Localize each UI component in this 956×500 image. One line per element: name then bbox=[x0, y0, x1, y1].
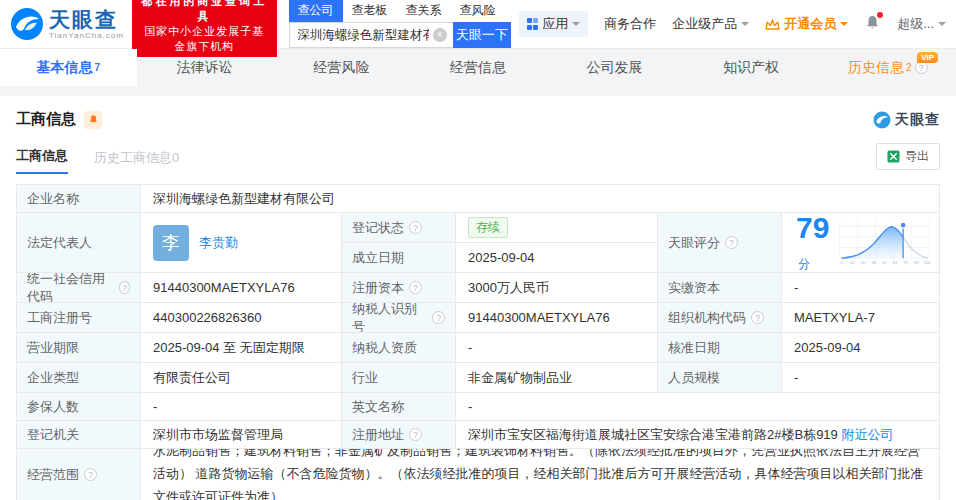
tianyancha-watermark: 天眼查 bbox=[873, 111, 940, 129]
score-axis-ticks: 01325 385063 7588100 bbox=[841, 260, 931, 265]
taxpayer-quality-value: - bbox=[456, 333, 658, 363]
legal-rep-link[interactable]: 李贵勤 bbox=[199, 234, 238, 252]
tab-history-info-label: 历史信息 bbox=[848, 59, 904, 77]
insured-value: - bbox=[141, 393, 342, 421]
paid-capital-label: 实缴资本 bbox=[658, 273, 782, 303]
reg-number-label: 工商注册号 bbox=[17, 303, 141, 333]
search-type-tabs: 查公司 查老板 查关系 查风险 bbox=[289, 0, 511, 22]
tab-history-info[interactable]: VIP 历史信息 2 ? bbox=[819, 49, 956, 86]
excel-icon bbox=[887, 150, 900, 163]
tianyancha-logo-icon bbox=[873, 111, 891, 129]
chevron-down-icon bbox=[572, 22, 580, 30]
business-info-card: 工商信息 天眼查 工商信息 历史工商信息0 导出 企业 bbox=[0, 96, 956, 500]
tianyancha-logo[interactable]: 天眼查 TianYanCha.com bbox=[10, 7, 124, 41]
tab-company-development-label: 公司发展 bbox=[587, 59, 643, 77]
avatar[interactable]: 李 bbox=[153, 225, 189, 261]
help-icon[interactable]: ? bbox=[725, 236, 738, 249]
score-marker-pin bbox=[900, 222, 906, 228]
search-tab-company[interactable]: 查公司 bbox=[289, 0, 343, 22]
registration-info-table: 企业名称 深圳海螺绿色新型建材有限公司 法定代表人 李 李贵勤 登记状态? 存续… bbox=[16, 184, 940, 500]
svg-text:50: 50 bbox=[882, 260, 887, 265]
svg-text:38: 38 bbox=[872, 260, 877, 265]
legal-rep-value: 李 李贵勤 bbox=[141, 213, 342, 273]
search-tab-boss[interactable]: 查老板 bbox=[343, 0, 397, 22]
nav-user-menu[interactable]: 超级... bbox=[897, 15, 946, 33]
industry-value: 非金属矿物制品业 bbox=[456, 363, 658, 393]
industry-label: 行业 bbox=[342, 363, 456, 393]
business-scope-label: 经营范围? bbox=[17, 449, 141, 500]
nav-apps-label: 应用 bbox=[542, 15, 568, 33]
reg-capital-label: 注册资本? bbox=[342, 273, 456, 303]
subtab-current-registration[interactable]: 工商信息 bbox=[16, 147, 68, 174]
help-icon[interactable]: ? bbox=[409, 428, 422, 441]
reg-status-label: 登记状态? bbox=[342, 213, 456, 243]
chevron-down-icon bbox=[840, 22, 848, 30]
nav-apps[interactable]: 应用 bbox=[519, 11, 589, 37]
tab-basic-info[interactable]: 基本信息 7 bbox=[0, 49, 137, 86]
export-button-label: 导出 bbox=[905, 148, 929, 165]
score-label: 天眼评分? bbox=[658, 213, 782, 273]
subtab-row: 工商信息 历史工商信息0 导出 bbox=[16, 143, 940, 174]
tianyancha-logo-icon bbox=[10, 7, 44, 41]
business-scope-value: 水泥制品销售；建筑材料销售；非金属矿及制品销售；建筑装饰材料销售。（除依法须经批… bbox=[141, 449, 940, 500]
subtab-history-registration[interactable]: 历史工商信息0 bbox=[94, 149, 179, 174]
org-code-value: MAETXYLA-7 bbox=[782, 303, 940, 333]
watermark-label: 天眼查 bbox=[895, 111, 940, 129]
nav-open-vip-label: 开通会员 bbox=[784, 15, 836, 33]
uscc-value: 91440300MAETXYLA76 bbox=[141, 273, 342, 303]
svg-text:13: 13 bbox=[850, 260, 855, 265]
tab-legal[interactable]: 法律诉讼 bbox=[137, 49, 274, 86]
business-term-value: 2025-09-04 至 无固定期限 bbox=[141, 333, 342, 363]
nav-enterprise[interactable]: 企业级产品 bbox=[672, 15, 749, 33]
svg-text:100: 100 bbox=[924, 260, 931, 265]
staff-size-label: 人员规模 bbox=[658, 363, 782, 393]
reg-status-value: 存续 bbox=[456, 213, 658, 243]
help-icon[interactable]: ? bbox=[119, 281, 130, 294]
legal-rep-label: 法定代表人 bbox=[17, 213, 141, 273]
bell-icon bbox=[88, 114, 99, 125]
establish-date-value: 2025-09-04 bbox=[456, 243, 658, 273]
tab-intellectual-property[interactable]: 知识产权 bbox=[683, 49, 820, 86]
nav-open-vip[interactable]: 开通会员 bbox=[765, 15, 848, 33]
taxpayer-id-value: 91440300MAETXYLA76 bbox=[456, 303, 658, 333]
search-button[interactable]: 天眼一下 bbox=[453, 22, 511, 48]
help-icon[interactable]: ? bbox=[84, 468, 97, 481]
slogan-line1: 都在用的商业查询工具 bbox=[139, 0, 270, 24]
nearby-companies-link[interactable]: 附近公司 bbox=[841, 426, 893, 444]
clear-search-icon[interactable]: × bbox=[433, 28, 447, 42]
search-tab-risk[interactable]: 查风险 bbox=[451, 0, 505, 22]
tab-intellectual-property-label: 知识产权 bbox=[723, 59, 779, 77]
chevron-down-icon bbox=[938, 22, 946, 30]
approval-date-value: 2025-09-04 bbox=[782, 333, 940, 363]
english-name-value: - bbox=[456, 393, 940, 421]
staff-size-value: - bbox=[782, 363, 940, 393]
section-title: 工商信息 bbox=[16, 110, 76, 129]
help-icon[interactable]: ? bbox=[409, 281, 422, 294]
help-icon[interactable]: ? bbox=[409, 221, 422, 234]
search-tab-relation[interactable]: 查关系 bbox=[397, 0, 451, 22]
search-input[interactable] bbox=[289, 22, 453, 48]
vip-badge: VIP bbox=[917, 52, 938, 63]
reg-address-label: 注册地址? bbox=[342, 421, 456, 449]
score-value-cell[interactable]: 79分 bbox=[782, 213, 940, 273]
help-icon[interactable]: ? bbox=[751, 311, 764, 324]
reg-number-value: 440300226826360 bbox=[141, 303, 342, 333]
tab-company-development[interactable]: 公司发展 bbox=[546, 49, 683, 86]
reg-authority-label: 登记机关 bbox=[17, 421, 141, 449]
logo-domain: TianYanCha.com bbox=[49, 31, 124, 40]
export-button[interactable]: 导出 bbox=[876, 143, 940, 170]
crown-icon bbox=[765, 18, 780, 31]
logo-name: 天眼查 bbox=[49, 9, 124, 31]
tab-operating-risk-label: 经营风险 bbox=[313, 59, 369, 77]
nav-user-label: 超级... bbox=[897, 15, 934, 33]
subscribe-bell-badge[interactable] bbox=[84, 111, 102, 129]
company-type-value: 有限责任公司 bbox=[141, 363, 342, 393]
chevron-down-icon bbox=[741, 22, 749, 30]
help-icon[interactable]: ? bbox=[432, 311, 445, 324]
nav-cooperation[interactable]: 商务合作 bbox=[604, 15, 656, 33]
score-distribution-chart: 01325 385063 7588100 bbox=[838, 216, 931, 270]
tab-business-info[interactable]: 经营信息 bbox=[410, 49, 547, 86]
establish-date-label: 成立日期 bbox=[342, 243, 456, 273]
tab-operating-risk[interactable]: 经营风险 bbox=[273, 49, 410, 86]
notifications-bell[interactable] bbox=[864, 14, 881, 34]
